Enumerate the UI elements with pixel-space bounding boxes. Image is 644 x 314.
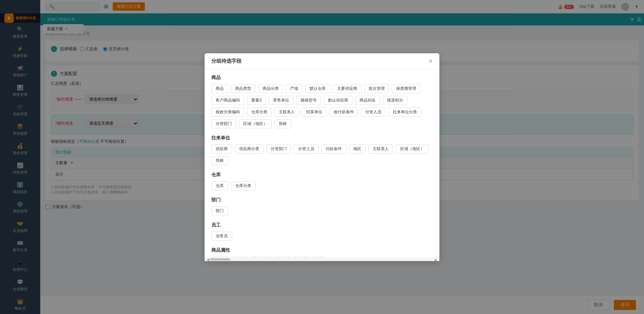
field-tag-1-0[interactable]: 供应商 [211, 144, 232, 153]
modal-section-title-2: 仓库 [211, 172, 433, 178]
field-tag-2-1[interactable]: 仓库分类 [231, 181, 256, 190]
modal-body: 商品商品商品类型商品分类产地默认仓库主要供应商批次管理保质期管理客户商品编码重量… [205, 69, 439, 258]
field-tag-2-0[interactable]: 仓库 [211, 181, 228, 190]
modal-section-5: 商品属性属性颜色多规格尺码鞋码1 [211, 247, 433, 258]
field-tag-0-6[interactable]: 批次管理 [364, 84, 389, 93]
modal-close-button[interactable]: ✕ [428, 58, 433, 64]
field-tag-0-15[interactable]: 税收分类编码 [211, 108, 244, 117]
field-tag-1-3[interactable]: 分管人员 [294, 144, 319, 153]
field-tag-0-20[interactable]: 分管人员 [361, 108, 386, 117]
field-tag-1-5[interactable]: 地区 [349, 144, 366, 153]
field-tag-0-19[interactable]: 收付款条件 [329, 108, 358, 117]
field-tag-3-0[interactable]: 部门 [211, 206, 228, 215]
field-tag-0-11[interactable]: 规格型号 [296, 96, 321, 105]
scrollbar-right-arrow[interactable]: ▶ [434, 258, 438, 262]
field-tag-0-8[interactable]: 客户商品编码 [211, 96, 244, 105]
scrollbar-thumb[interactable] [210, 258, 230, 260]
modal-field-tags-2: 仓库仓库分类 [211, 181, 433, 190]
field-tag-1-6[interactable]: 主联系人 [368, 144, 393, 153]
field-tag-1-1[interactable]: 供应商分类 [235, 144, 264, 153]
modal-section-title-4: 员工 [211, 222, 433, 228]
scrollbar-right-area: ▶ [434, 257, 438, 262]
modal-section-title-5: 商品属性 [211, 247, 433, 253]
field-tag-0-3[interactable]: 产地 [286, 84, 303, 93]
modal-section-4: 员工业务员 [211, 222, 433, 241]
field-tag-1-8[interactable]: 简称 [211, 156, 228, 165]
field-tag-0-7[interactable]: 保质期管理 [392, 84, 421, 93]
modal-section-1: 往来单位供应商供应商分类分管部门分管人员付款条件地区主联系人区域（地区）简称 [211, 135, 433, 165]
modal-field-tags-3: 部门 [211, 206, 433, 215]
field-tag-0-21[interactable]: 往来单位分类 [388, 108, 421, 117]
modal-title: 分组待选字段 [211, 58, 241, 64]
modal-section-2: 仓库仓库仓库分类 [211, 172, 433, 190]
field-tag-0-10[interactable]: 零售单位 [269, 96, 293, 105]
field-tag-0-12[interactable]: 默认供应商 [324, 96, 353, 105]
field-tag-0-18[interactable]: 结算单位 [302, 108, 327, 117]
modal-section-3: 部门部门 [211, 197, 433, 215]
modal-field-tags-1: 供应商供应商分类分管部门分管人员付款条件地区主联系人区域（地区）简称 [211, 144, 433, 165]
field-tag-0-0[interactable]: 商品 [211, 84, 228, 93]
modal-section-title-3: 部门 [211, 197, 433, 203]
modal-header: 分组待选字段 ✕ [205, 53, 439, 69]
scrollbar-left-arrow[interactable]: ◀ [206, 258, 210, 261]
modal-section-0: 商品商品商品类型商品分类产地默认仓库主要供应商批次管理保质期管理客户商品编码重量… [211, 75, 433, 128]
modal-field-tags-4: 业务员 [211, 232, 433, 241]
field-tag-0-14[interactable]: 拣货积分 [383, 96, 408, 105]
field-tag-1-2[interactable]: 分管部门 [266, 144, 291, 153]
field-tag-0-2[interactable]: 商品分类 [258, 84, 283, 93]
field-tag-0-5[interactable]: 主要供应商 [333, 84, 362, 93]
field-tag-0-24[interactable]: 简称 [274, 119, 291, 128]
modal-section-title-0: 商品 [211, 75, 433, 81]
field-tag-1-7[interactable]: 区域（地区） [396, 144, 429, 153]
field-tag-0-17[interactable]: 主联系人 [274, 108, 299, 117]
field-tag-1-4[interactable]: 付款条件 [321, 144, 346, 153]
modal-dialog: 分组待选字段 ✕ 商品商品商品类型商品分类产地默认仓库主要供应商批次管理保质期管… [205, 53, 439, 261]
modal-horizontal-scrollbar[interactable]: ◀ ▶ [205, 258, 439, 261]
modal-overlay[interactable]: 分组待选字段 ✕ 商品商品商品类型商品分类产地默认仓库主要供应商批次管理保质期管… [0, 0, 644, 314]
field-tag-0-16[interactable]: 仓库分类 [247, 108, 272, 117]
field-tag-0-23[interactable]: 区域（地区） [239, 119, 272, 128]
field-tag-4-0[interactable]: 业务员 [211, 232, 232, 241]
field-tag-0-4[interactable]: 默认仓库 [305, 84, 330, 93]
field-tag-0-9[interactable]: 重量3 [247, 96, 266, 105]
field-tag-0-13[interactable]: 商品别名 [355, 96, 380, 105]
field-tag-0-1[interactable]: 商品类型 [231, 84, 256, 93]
modal-section-title-1: 往来单位 [211, 135, 433, 141]
field-tag-0-22[interactable]: 分管部门 [211, 119, 236, 128]
modal-field-tags-0: 商品商品类型商品分类产地默认仓库主要供应商批次管理保质期管理客户商品编码重量3零… [211, 84, 433, 128]
